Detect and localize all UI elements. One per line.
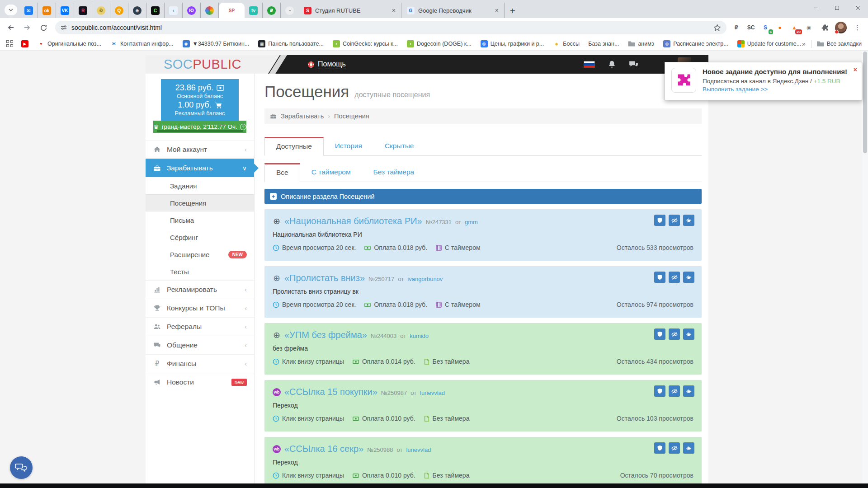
section-description-banner[interactable]: + Описание раздела Посещений [264,189,702,204]
bookmark-item[interactable]: Update for custome... [737,40,802,47]
bookmark-item[interactable]: анимэ [628,40,654,47]
address-bar[interactable]: socpublic.com/account/visit.html [55,21,726,34]
pinned-tab[interactable]: Ð [92,3,110,18]
page-scrollbar[interactable] [862,51,868,483]
extension-icon[interactable]: ₽ [730,21,743,34]
tab-close-icon[interactable]: × [493,7,500,14]
extensions-puzzle-button[interactable] [819,21,831,34]
tab-close-icon[interactable]: × [390,7,397,14]
sidebar-item-communication[interactable]: Общение ‹ [146,336,254,354]
task-author-link[interactable]: gmm [465,219,478,225]
hide-button[interactable] [669,328,680,340]
complain-button[interactable] [654,272,665,283]
all-bookmarks-button[interactable]: Все закладки [817,40,862,47]
help-link[interactable]: Помощь [307,55,346,74]
bug-report-button[interactable] [683,385,694,397]
complain-button[interactable] [654,385,665,397]
maximize-button[interactable] [826,0,847,15]
extension-icon[interactable]: ● [774,21,786,34]
profile-avatar[interactable] [835,22,847,33]
content-tab[interactable]: С таймером [300,163,362,182]
complain-button[interactable] [654,215,665,226]
content-tab[interactable]: История [324,137,373,156]
bookmark-item[interactable]: ◉ ▼34330.97 Биткоин... [183,40,250,47]
bell-icon[interactable] [608,60,616,69]
sidebar-submenu-item[interactable]: Тесты [146,263,254,280]
task-author-link[interactable]: ivangorbunov [407,276,443,282]
pinned-tab[interactable]: ok [38,3,56,18]
do-task-link[interactable]: Выполнить задание >> [703,86,768,93]
support-chat-widget[interactable] [10,456,33,479]
pinned-tab[interactable] [201,3,219,18]
pinned-tab[interactable]: ◔ [281,3,298,18]
pinned-tab[interactable]: R [74,3,92,18]
sidebar-item-earn[interactable]: Зарабатывать ∨ [146,159,254,177]
minimize-button[interactable] [806,0,826,15]
tab-search-button[interactable] [5,5,17,15]
bookmark-item[interactable]: ◗ Dogecoin (DOGE) к... [407,40,472,47]
sidebar-item-news[interactable]: Новости new [146,373,254,391]
bookmark-item[interactable]: ◆ Боссы — База знан... [553,40,619,47]
sidebar-submenu-item[interactable]: Посещения [146,194,254,211]
complain-button[interactable] [654,442,665,454]
pinned-tab[interactable]: VK [56,3,74,18]
messages-icon[interactable] [629,61,638,69]
complain-button[interactable] [654,328,665,340]
pinned-tab[interactable]: Ю [183,3,201,18]
content-tab[interactable]: Все [264,163,300,182]
breadcrumb-earn[interactable]: Зарабатывать [281,113,324,120]
hide-button[interactable] [669,442,680,454]
content-tab[interactable]: Доступные [264,137,324,156]
content-tab[interactable]: Скрытые [373,137,425,156]
sidebar-item-advertise[interactable]: Рекламировать ‹ [146,280,254,299]
task-title-link[interactable]: «УПМ без фрейма» [284,330,367,340]
extension-icon[interactable]: ◉ [802,21,815,34]
pinned-tab[interactable]: ✉ [20,3,38,18]
content-tab[interactable]: Без таймера [362,163,426,182]
task-author-link[interactable]: lunevvlad [406,446,431,453]
pinned-tab[interactable]: SP [219,3,245,18]
bookmark-item[interactable]: @ Цены, графики и р... [481,40,544,47]
bookmark-item[interactable]: ▶ [21,40,28,47]
sidebar-item-referrals[interactable]: Рефералы ‹ [146,317,254,336]
rank-help-icon[interactable]: ? [240,124,246,130]
pinned-tab[interactable]: ‹ [165,3,183,18]
close-notification-icon[interactable]: × [854,66,857,73]
url-text[interactable]: socpublic.com/account/visit.html [71,24,709,31]
bookmark-star-icon[interactable] [713,24,721,32]
new-tab-button[interactable]: + [505,6,521,18]
back-button[interactable] [4,20,18,35]
pinned-tab[interactable]: ⊕ [128,3,146,18]
bug-report-button[interactable] [683,328,694,340]
bug-report-button[interactable] [683,442,694,454]
browser-tab[interactable]: S Студия RUTUBE × [298,3,401,18]
pinned-tab[interactable]: tv [245,3,263,18]
socpublic-logo[interactable]: SOCPUBLIC [164,57,241,72]
site-settings-icon[interactable] [61,24,67,31]
reload-button[interactable] [36,20,51,35]
sidebar-item-finance[interactable]: ₽ Финансы ‹ [146,354,254,373]
bug-report-button[interactable] [683,215,694,226]
pinned-tab[interactable]: Q [110,3,128,18]
extension-icon[interactable]: S 6 [759,21,772,34]
apps-grid-icon[interactable] [6,40,13,47]
task-author-link[interactable]: kumido [410,333,429,339]
sidebar-submenu-item[interactable]: Расширение NEW [146,246,254,263]
pinned-tab[interactable]: C [146,3,165,18]
pinned-tab[interactable]: ₽ [263,3,281,18]
hide-button[interactable] [669,272,680,283]
sidebar-submenu-item[interactable]: Сёрфинг [146,229,254,246]
extension-icon[interactable]: SC [745,21,757,34]
bookmark-item[interactable]: ◗ CoinGecko: курсы к... [333,40,398,47]
language-flag-ru[interactable] [584,61,595,68]
task-author-link[interactable]: lunevvlad [420,389,445,396]
bookmark-item[interactable]: ◎ Расписание электр... [663,40,728,47]
sidebar-submenu-item[interactable]: Письма [146,211,254,229]
bug-report-button[interactable] [683,272,694,283]
bookmarks-overflow-button[interactable]: » [802,40,806,47]
forward-button[interactable] [20,20,34,35]
hide-button[interactable] [669,385,680,397]
bookmark-item[interactable]: Ж Контактная инфор... [110,40,174,47]
browser-menu-button[interactable]: ⋮ [850,23,864,32]
extension-icon[interactable]: ▲ 20 [788,21,801,34]
